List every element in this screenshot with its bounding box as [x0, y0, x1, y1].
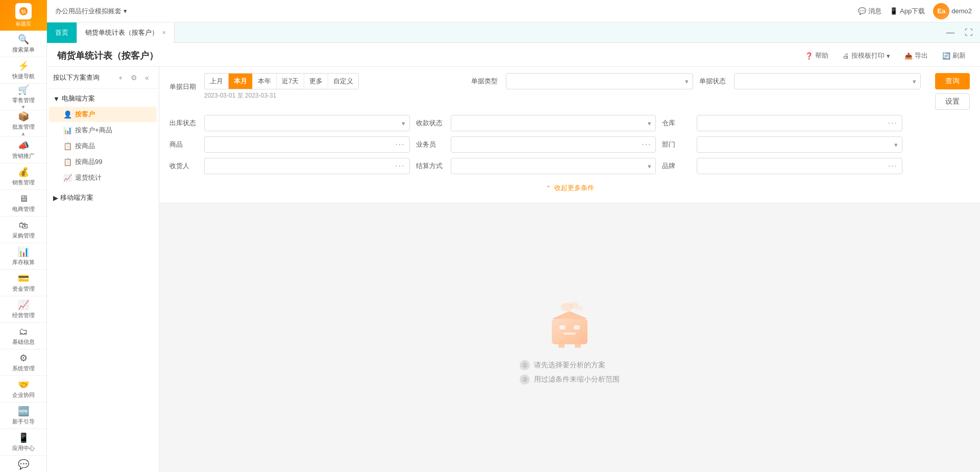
tip-num-1: ① — [520, 360, 530, 370]
warehouse-selector[interactable]: ··· — [697, 115, 902, 131]
refresh-btn[interactable]: 🔄 刷新 — [938, 49, 970, 62]
svg-rect-4 — [559, 325, 566, 329]
sidebar-item-appcenter[interactable]: 📱 应用中心 — [0, 429, 46, 456]
date-btn-custom[interactable]: 自定义 — [328, 73, 358, 89]
sidebar-item-wechat[interactable]: 💬 企业微信 — [0, 456, 46, 472]
sidebar-item-system[interactable]: ⚙ 系统管理 — [0, 349, 46, 376]
sidebar-item-inventory[interactable]: 📊 库存核算 — [0, 243, 46, 270]
ecommerce-icon: 🖥 — [19, 194, 28, 204]
type-selector[interactable]: ▾ — [506, 73, 693, 89]
sidebar-item-marketing[interactable]: 📣 营销推广 — [0, 137, 46, 163]
tip-text-2: 用过滤条件来缩小分析范围 — [534, 375, 620, 384]
sidebar-item-ecommerce-label: 电商管理 — [12, 205, 35, 213]
receiver-label: 收货人 — [169, 161, 200, 171]
enterprise-icon: 🤝 — [18, 379, 29, 390]
right-panel: 单据日期 上月 本月 本年 近7天 更多 自定义 20 — [159, 67, 980, 472]
sidebar-item-enterprise-label: 企业协同 — [12, 391, 35, 399]
help-btn[interactable]: ❓ 帮助 — [801, 49, 832, 62]
tab-minimize-btn[interactable]: — — [943, 26, 958, 40]
date-btn-7days[interactable]: 近7天 — [277, 73, 304, 89]
date-btn-thismonth[interactable]: 本月 — [229, 73, 253, 89]
tab-maximize-btn[interactable]: ⛶ — [962, 26, 976, 40]
settlement-selector-arrow: ▾ — [648, 162, 651, 170]
empty-tip-2: ② 用过滤条件来缩小分析范围 — [520, 374, 620, 385]
body-layout: 按以下方案查询 + ⚙ « ▼ 电脑端方案 👤 按客户 — [47, 67, 980, 472]
tree-group-desktop-header[interactable]: ▼ 电脑端方案 — [47, 91, 159, 106]
tree-item-goods99-label: 按商品99 — [75, 157, 102, 167]
goods-selector[interactable]: ··· — [204, 136, 410, 153]
status-label: 单据状态 — [699, 77, 730, 86]
svg-rect-10 — [558, 342, 565, 348]
sidebar-item-base-label: 基础信息 — [12, 338, 35, 346]
settings-button[interactable]: 设置 — [935, 93, 970, 110]
tree-group-mobile-label: 移动端方案 — [60, 193, 93, 202]
sidebar-item-retail-label: 零售管理 — [12, 97, 35, 104]
sidebar-item-enterprise[interactable]: 🤝 企业协同 — [0, 376, 46, 403]
dept-label: 部门 — [662, 140, 693, 149]
username: demo2 — [951, 7, 972, 15]
user-menu[interactable]: Ea demo2 — [933, 3, 972, 19]
sidebar-item-sales[interactable]: 💰 销售管理 — [0, 163, 46, 190]
brand-selector[interactable]: ··· — [697, 158, 902, 174]
wholesale-arrow: ▲ — [21, 131, 26, 136]
sidebar-item-marketing-label: 营销推广 — [12, 152, 35, 160]
sidebar-item-wholesale[interactable]: 📦 批发管理 ▲ — [0, 110, 46, 137]
tab-sales-report[interactable]: 销货单统计表（按客户） × — [77, 22, 175, 43]
dept-selector[interactable]: ▾ — [697, 136, 902, 153]
tree-item-by-customer[interactable]: 👤 按客户 — [49, 107, 157, 122]
receiver-selector[interactable]: ··· — [204, 158, 410, 174]
status-selector[interactable]: ▾ — [734, 73, 921, 89]
refresh-label: 刷新 — [952, 51, 966, 60]
date-btn-thisyear[interactable]: 本年 — [253, 73, 277, 89]
panel-collapse-btn[interactable]: « — [141, 72, 153, 83]
header-left: 办公用品行业模拟账套 ▾ — [55, 7, 127, 16]
sidebar-item-guide[interactable]: 🆕 新手引导 — [0, 403, 46, 429]
app-download-btn[interactable]: 📱 App下载 — [890, 7, 925, 16]
sidebar-item-operation[interactable]: 📈 经营管理 — [0, 296, 46, 323]
type-selector-arrow: ▾ — [685, 78, 689, 85]
tip-num-2: ② — [520, 374, 530, 385]
collapse-btn[interactable]: ⌃ 收起更多条件 — [546, 179, 594, 197]
panel-header-actions: + ⚙ « — [115, 72, 153, 83]
stock-selector[interactable]: ▾ — [204, 115, 410, 131]
sidebar-item-quicknav[interactable]: ⚡ 快捷导航 — [0, 57, 46, 84]
sidebar-logo[interactable]: 畅 标题页 — [0, 0, 47, 31]
panel-settings-btn[interactable]: ⚙ — [128, 72, 139, 83]
tab-home-label: 首页 — [55, 28, 68, 37]
print-dropdown-arrow: ▾ — [887, 52, 890, 60]
tree-item-returns[interactable]: 📈 退货统计 — [49, 170, 157, 185]
tree-item-by-customer-goods[interactable]: 📊 按客户+商品 — [49, 123, 157, 138]
message-btn[interactable]: 💬 消息 — [858, 7, 881, 16]
tab-home[interactable]: 首页 — [47, 22, 77, 43]
sidebar-item-ecommerce[interactable]: 🖥 电商管理 — [0, 190, 46, 217]
warehouse-label: 仓库 — [662, 119, 693, 128]
sidebar-item-search[interactable]: 🔍 搜索菜单 — [0, 31, 46, 57]
date-btn-lastmonth[interactable]: 上月 — [205, 73, 229, 89]
salesman-selector[interactable]: ··· — [451, 136, 656, 153]
panel-add-btn[interactable]: + — [115, 72, 126, 83]
payment-selector[interactable]: ▾ — [451, 115, 656, 131]
sidebar-item-base[interactable]: 🗂 基础信息 — [0, 323, 46, 349]
company-selector[interactable]: 办公用品行业模拟账套 ▾ — [55, 7, 127, 16]
tree-item-by-goods99[interactable]: 📋 按商品99 — [49, 154, 157, 170]
header-right: 💬 消息 📱 App下载 Ea demo2 — [858, 3, 972, 19]
print-btn[interactable]: 🖨 按模板打印 ▾ — [839, 49, 894, 62]
sidebar-item-retail[interactable]: 🛒 零售管理 ▼ — [0, 84, 46, 110]
top-header: 办公用品行业模拟账套 ▾ 💬 消息 📱 App下载 Ea demo2 — [47, 0, 980, 22]
tree-group-mobile-header[interactable]: ▶ 移动端方案 — [47, 190, 159, 205]
payment-selector-arrow: ▾ — [648, 120, 651, 127]
sidebar-item-purchase[interactable]: 🛍 采购管理 — [0, 217, 46, 243]
tree-item-by-goods[interactable]: 📋 按商品 — [49, 138, 157, 154]
date-btn-more[interactable]: 更多 — [304, 73, 328, 89]
sidebar-item-finance[interactable]: 💳 资金管理 — [0, 270, 46, 296]
date-filter[interactable]: 上月 本月 本年 近7天 更多 自定义 — [204, 73, 359, 89]
tab-close-btn[interactable]: × — [162, 29, 166, 36]
sidebar-item-search-label: 搜索菜单 — [12, 46, 35, 54]
sidebar-item-quicknav-label: 快捷导航 — [12, 73, 35, 80]
returns-icon: 📈 — [63, 174, 72, 182]
export-btn[interactable]: 📤 导出 — [900, 49, 932, 62]
tree-item-goods-label: 按商品 — [75, 141, 95, 151]
svg-rect-6 — [564, 333, 576, 335]
query-button[interactable]: 查询 — [935, 73, 970, 89]
settlement-selector[interactable]: ▾ — [451, 158, 656, 174]
